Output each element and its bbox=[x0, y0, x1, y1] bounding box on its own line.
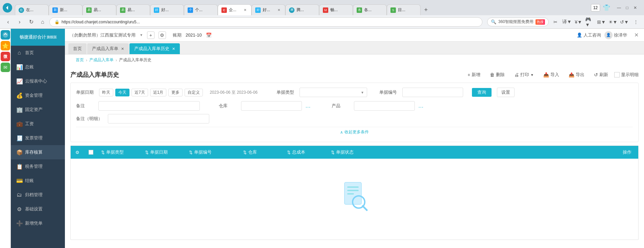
browser-tab-7[interactable]: C 企... ✕ bbox=[218, 4, 252, 15]
product-input[interactable] bbox=[354, 101, 415, 111]
quick-icon-star[interactable]: ⭐ bbox=[1, 41, 10, 50]
maximize-button[interactable]: □ bbox=[624, 4, 630, 11]
detail-checkbox[interactable] bbox=[614, 72, 620, 77]
voucher-type-select[interactable]: ▼ bbox=[300, 88, 367, 97]
collapse-button[interactable]: ∧ 收起更多条件 bbox=[76, 127, 633, 137]
print-button[interactable]: 🖨 打印 ▼ bbox=[511, 70, 537, 79]
refresh-button[interactable]: ↻ bbox=[26, 17, 36, 27]
grid-icon[interactable]: ⊞▼ bbox=[597, 17, 606, 27]
service-button[interactable]: 👤 人工咨询 bbox=[577, 32, 601, 38]
th-voucher-no[interactable]: ⇅ 单据编号 bbox=[186, 146, 240, 159]
quick-icon-weibo[interactable]: 微 bbox=[1, 52, 10, 61]
delete-button[interactable]: 🗑 删除 bbox=[486, 70, 508, 79]
sidebar-item-fixed-assets[interactable]: 🏢 固定资产 bbox=[11, 103, 65, 117]
yesterday-btn[interactable]: 昨天 bbox=[99, 89, 113, 96]
new-tab-button[interactable]: + bbox=[421, 4, 431, 15]
tab-close-8[interactable]: ✕ bbox=[276, 7, 282, 13]
company-dropdown[interactable]: ▼ bbox=[140, 33, 143, 37]
today-btn[interactable]: 今天 bbox=[115, 89, 129, 96]
browser-tab-4[interactable]: 易 易... bbox=[116, 4, 150, 15]
browser-tab-12[interactable]: S 目... bbox=[387, 4, 421, 15]
th-check[interactable] bbox=[84, 146, 98, 159]
sidebar-item-ledger[interactable]: 📊 总账 bbox=[11, 60, 65, 74]
home-button[interactable]: ⌂ bbox=[38, 17, 47, 27]
export-button[interactable]: 📤 导出 bbox=[565, 70, 588, 79]
forward-button[interactable]: › bbox=[15, 17, 24, 27]
game-icon[interactable]: 🎮▼ bbox=[585, 17, 595, 27]
tab-list[interactable]: 产成品入库单 ✕ bbox=[87, 43, 129, 54]
browser-tab-1[interactable]: 在 在... bbox=[15, 4, 49, 15]
translate-icon[interactable]: 译▼ bbox=[562, 17, 572, 27]
show-detail-toggle[interactable]: 显示明细 bbox=[614, 72, 639, 78]
sidebar-item-report[interactable]: 📈 云报表中心 bbox=[11, 74, 65, 88]
undo-icon[interactable]: ↺▼ bbox=[620, 17, 629, 27]
user-button[interactable]: 👤 徐泽华 bbox=[604, 31, 627, 39]
th-voucher-date[interactable]: ⇅ 单据日期 bbox=[142, 146, 186, 159]
header-right: 👤 人工咨询 👤 徐泽华 bbox=[577, 31, 627, 39]
add-company-button[interactable]: + bbox=[147, 31, 154, 39]
more-icon[interactable]: ⋮ bbox=[631, 17, 641, 27]
theme-icon[interactable]: ☀▼ bbox=[608, 17, 618, 27]
back-nav-circle[interactable] bbox=[3, 3, 12, 13]
warehouse-input[interactable] bbox=[241, 101, 302, 111]
address-input[interactable]: 🔒 https://cloud.chanjet.com/accounting/u… bbox=[49, 17, 482, 27]
setting-button[interactable]: 设置 bbox=[497, 88, 515, 97]
add-button[interactable]: + 新增 bbox=[464, 70, 484, 79]
search-box[interactable]: 🔍 360智能抠图免费用 热搜 bbox=[487, 18, 549, 26]
week-btn[interactable]: 近7天 bbox=[132, 89, 148, 96]
tab-history[interactable]: 产成品入库单历史 ✕ bbox=[129, 43, 180, 54]
browser-tab-10[interactable]: M 畅... bbox=[319, 4, 353, 15]
close-button[interactable]: ✕ bbox=[632, 4, 639, 11]
sidebar-item-inventory[interactable]: 📦 库存核算 bbox=[11, 145, 65, 159]
remark-input[interactable] bbox=[98, 101, 200, 111]
product-dots[interactable]: … bbox=[416, 103, 426, 109]
browser-tab-3[interactable]: 易 易... bbox=[82, 4, 116, 15]
settings-button[interactable]: ⚙ bbox=[159, 31, 166, 39]
quick-icon-app[interactable] bbox=[1, 30, 10, 40]
tab-list-close[interactable]: ✕ bbox=[121, 47, 124, 51]
tab-history-close[interactable]: ✕ bbox=[172, 47, 175, 51]
sidebar-item-home[interactable]: ⌂ 首页 bbox=[11, 46, 65, 60]
th-warehouse[interactable]: ⇅ 仓库 bbox=[240, 146, 284, 159]
tab-count-badge[interactable]: 12 bbox=[591, 4, 600, 12]
browser-tab-9[interactable]: 腾 腾... bbox=[285, 4, 319, 15]
remark-detail-input[interactable] bbox=[108, 114, 209, 123]
refresh-button[interactable]: ↺ 刷新 bbox=[591, 70, 612, 79]
tab-close-7[interactable]: ✕ bbox=[242, 7, 248, 13]
extensions-icon[interactable]: 👕 bbox=[601, 4, 612, 12]
sidebar-item-checkout[interactable]: 💳 结账 bbox=[11, 174, 65, 188]
browser-tab-8[interactable]: 好 好... ✕ bbox=[252, 4, 285, 15]
back-button[interactable]: ‹ bbox=[3, 17, 13, 27]
warehouse-dots[interactable]: … bbox=[303, 103, 313, 109]
browser-tab-5[interactable]: 好 好... bbox=[150, 4, 184, 15]
custom-btn[interactable]: 自定义 bbox=[185, 89, 203, 96]
import-button[interactable]: 📥 导入 bbox=[540, 70, 563, 79]
month-btn[interactable]: 近1月 bbox=[150, 89, 167, 96]
cut-icon[interactable]: ✂ bbox=[551, 17, 560, 27]
sidebar-item-basic[interactable]: ⚙ 基础设置 bbox=[11, 202, 65, 216]
browser-tab-11[interactable]: 各 各... bbox=[353, 4, 387, 15]
quick-icon-email[interactable]: ✉ bbox=[1, 63, 10, 72]
header-close-icon[interactable]: ✕ bbox=[634, 32, 639, 38]
select-all-checkbox[interactable] bbox=[89, 150, 93, 155]
th-voucher-status[interactable]: ⇅ 单据状态 bbox=[328, 146, 372, 159]
sidebar-item-archive[interactable]: 🗂 归档管理 bbox=[11, 188, 65, 202]
sidebar-item-salary[interactable]: 💼 工资 bbox=[11, 117, 65, 131]
sidebar-item-tax[interactable]: 📋 税务管理 bbox=[11, 159, 65, 174]
th-total-cost[interactable]: ⇅ 总成本 bbox=[284, 146, 328, 159]
th-voucher-type[interactable]: ⇅ 单据类型 bbox=[98, 146, 142, 159]
minimize-button[interactable]: — bbox=[616, 4, 622, 11]
sidebar-item-fund[interactable]: 💰 资金管理 bbox=[11, 88, 65, 103]
browser-tab-6[interactable]: 个 个... bbox=[184, 4, 218, 15]
query-button[interactable]: 查询 bbox=[472, 88, 492, 97]
tab-home[interactable]: 首页 bbox=[68, 43, 87, 54]
sidebar-item-invoice[interactable]: 🧾 发票管理 bbox=[11, 131, 65, 145]
voucher-no-input[interactable] bbox=[402, 88, 463, 97]
yuan-icon[interactable]: ¥▼ bbox=[574, 17, 583, 27]
browser-tab-2[interactable]: 新 新... bbox=[49, 4, 82, 15]
more-btn[interactable]: 更多 bbox=[168, 89, 183, 96]
sidebar-item-newbill[interactable]: ➕ 新增凭单 bbox=[11, 216, 65, 230]
calendar-icon[interactable]: 📅 bbox=[206, 32, 212, 38]
tab-label-10: 畅... bbox=[330, 7, 338, 13]
th-gear[interactable]: ⚙ bbox=[71, 146, 84, 159]
